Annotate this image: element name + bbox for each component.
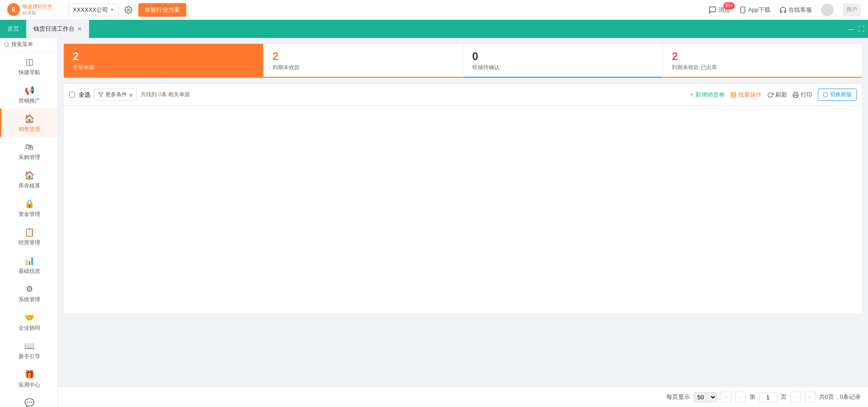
- sidebar-item-label: 经营管理: [19, 239, 40, 247]
- logo-area: 6 畅捷通好生意 标准版: [7, 3, 65, 16]
- cooperation-icon: 🤝: [24, 313, 34, 323]
- filter-button[interactable]: 更多条件 ∨: [94, 89, 137, 101]
- table-body: [64, 106, 862, 313]
- tab-minimize-icon[interactable]: —: [848, 25, 854, 33]
- sidebar-item-system[interactable]: ⚙ 系统管理: [0, 279, 57, 307]
- top-header: 6 畅捷通好生意 标准版 XXXXXX公司 ▼ 体验行业方案 消息 99+: [0, 0, 868, 20]
- stat-card-shipped[interactable]: 2 到期未收款 已出库: [663, 44, 862, 78]
- sidebar-item-label: 营销推广: [19, 97, 40, 105]
- sidebar-item-basic-info[interactable]: 📊 基础信息: [0, 250, 57, 279]
- avatar[interactable]: [821, 4, 834, 16]
- stat-number-shipped: 2: [672, 50, 853, 63]
- search-menu-row[interactable]: 搜索菜单: [0, 38, 57, 51]
- stat-number-wangfu: 0: [472, 50, 654, 63]
- logo-text: 畅捷通好生意: [23, 3, 52, 9]
- switch-version-button[interactable]: 切换新版: [818, 89, 857, 101]
- switch-version-label: 切换新版: [830, 91, 852, 98]
- company-selector[interactable]: XXXXXX公司 ▼: [69, 4, 118, 16]
- svg-marker-5: [99, 93, 103, 97]
- close-icon[interactable]: ✕: [77, 26, 82, 32]
- stats-row: 2 全部单据 2 到期未收款 0 旺辅待确认 2 到期未收款 已出库: [63, 43, 863, 78]
- batch-operation-button[interactable]: 批量操作: [730, 91, 762, 99]
- page-suffix-label: 页: [781, 393, 787, 401]
- stat-label-shipped: 到期未收款 已出库: [672, 64, 853, 71]
- sidebar-item-wechat[interactable]: 💬 企业微信: [0, 393, 57, 407]
- new-order-button[interactable]: + 新增销货单: [690, 91, 725, 99]
- sidebar-item-label: 库存核算: [19, 182, 40, 190]
- per-page-label: 每页显示: [666, 393, 690, 401]
- select-all-checkbox[interactable]: [69, 92, 75, 98]
- tab-expand-icon[interactable]: ⛶: [858, 25, 864, 33]
- tab-home[interactable]: 首页: [0, 20, 26, 38]
- tab-actions: — ⛶: [848, 20, 868, 38]
- quick-nav-icon: ◫: [26, 57, 33, 67]
- stat-label-wangfu: 旺辅待确认: [472, 64, 654, 71]
- sidebar-item-marketing[interactable]: 📢 营销推广: [0, 80, 57, 108]
- stat-label-overdue: 到期未收款: [273, 64, 454, 71]
- sidebar-item-inventory[interactable]: 🏠 库存核算: [0, 165, 57, 193]
- underline-blue: [463, 77, 663, 78]
- underline-orange: [264, 77, 463, 78]
- app-center-icon: 🎁: [24, 370, 34, 379]
- per-page-select[interactable]: 50 100 200: [693, 392, 717, 402]
- inventory-icon: 🏠: [24, 170, 34, 180]
- company-name: XXXXXX公司: [73, 6, 108, 14]
- sidebar-item-cooperation[interactable]: 🤝 企业协同: [0, 307, 57, 336]
- marketing-icon: 📢: [24, 85, 34, 95]
- last-page-button[interactable]: »: [805, 392, 816, 402]
- svg-rect-1: [741, 7, 745, 13]
- sidebar-item-quick-nav[interactable]: ◫ 快捷导航: [0, 51, 57, 80]
- stat-number-all: 2: [73, 50, 254, 63]
- sidebar-item-app-center[interactable]: 🎁 应用中心: [0, 364, 57, 393]
- svg-line-4: [8, 46, 9, 47]
- sidebar-item-purchase[interactable]: 🛍 采购管理: [0, 137, 57, 165]
- print-button[interactable]: 打印: [793, 91, 812, 99]
- sidebar-item-label: 系统管理: [19, 296, 40, 304]
- svg-rect-6: [731, 92, 733, 94]
- prev-page-button[interactable]: ‹: [735, 392, 746, 402]
- tab-bar: 首页 钱货日清工作台 ✕ — ⛶: [0, 20, 868, 38]
- next-page-button[interactable]: ›: [790, 392, 801, 402]
- online-service-button[interactable]: 在线客服: [779, 6, 812, 14]
- message-button[interactable]: 消息 99+: [708, 6, 730, 14]
- stat-card-overdue[interactable]: 2 到期未收款: [264, 44, 463, 78]
- sidebar-item-finance[interactable]: 🔒 资金管理: [0, 193, 57, 222]
- sidebar-item-label: 采购管理: [19, 154, 40, 161]
- svg-point-0: [127, 9, 130, 11]
- page-number-input[interactable]: [759, 393, 777, 402]
- stat-card-wangfu[interactable]: 0 旺辅待确认: [463, 44, 663, 78]
- chevron-down-icon: ▼: [110, 7, 114, 12]
- settings-button[interactable]: [122, 4, 135, 16]
- app-download-label: App下载: [748, 6, 770, 14]
- avatar-name[interactable]: 用户: [843, 4, 861, 16]
- underline-orange2: [663, 77, 862, 78]
- count-text: 共找到 0条 相关单据: [141, 91, 190, 98]
- plus-icon: +: [690, 91, 693, 98]
- tab-home-label: 首页: [7, 25, 19, 33]
- sidebar-item-sales[interactable]: 🏠 销售管理: [0, 108, 57, 137]
- online-service-label: 在线客服: [788, 6, 812, 14]
- count-number: 0: [158, 91, 161, 98]
- first-page-button[interactable]: «: [721, 392, 731, 402]
- sidebar-item-guide[interactable]: 📖 新手引导: [0, 336, 57, 364]
- tab-workbench-label: 钱货日清工作台: [33, 25, 75, 33]
- svg-point-3: [5, 42, 9, 47]
- sidebar-item-operations[interactable]: 📋 经营管理: [0, 222, 57, 250]
- logo-icon: 6: [7, 3, 20, 16]
- stat-card-all[interactable]: 2 全部单据: [64, 44, 264, 78]
- pagination-bar: 每页显示 50 100 200 « ‹ 第 页 › » 共0页，0条记录: [58, 387, 868, 407]
- svg-rect-8: [734, 95, 736, 97]
- print-label: 打印: [801, 91, 812, 99]
- trial-button[interactable]: 体验行业方案: [138, 3, 186, 17]
- message-badge: 99+: [723, 2, 735, 9]
- svg-rect-9: [731, 95, 733, 97]
- tab-workbench[interactable]: 钱货日清工作台 ✕: [26, 20, 89, 38]
- app-download-button[interactable]: App下载: [739, 6, 770, 14]
- svg-rect-11: [824, 93, 828, 97]
- system-icon: ⚙: [26, 284, 33, 294]
- svg-rect-7: [734, 92, 736, 94]
- sidebar-item-label: 资金管理: [19, 211, 40, 218]
- main-content: 2 全部单据 2 到期未收款 0 旺辅待确认 2 到期未收款 已出库: [58, 38, 868, 407]
- stat-label-all: 全部单据: [73, 64, 254, 71]
- refresh-button[interactable]: 刷新: [767, 91, 787, 99]
